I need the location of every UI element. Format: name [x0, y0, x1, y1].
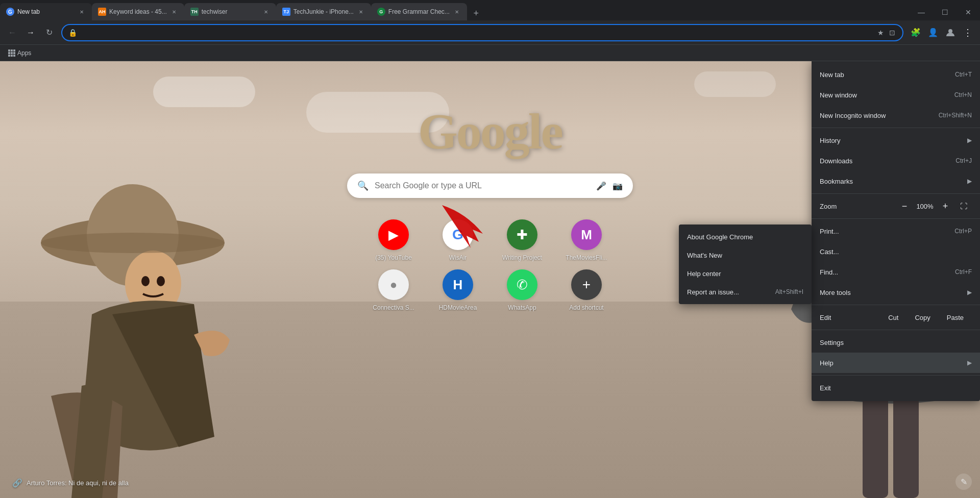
menu-edit-row: Edit Cut Copy Paste: [812, 307, 980, 328]
refresh-button[interactable]: ↻: [41, 24, 57, 41]
zoom-in-button[interactable]: +: [937, 198, 953, 214]
menu-item-settings[interactable]: Settings: [812, 332, 980, 353]
help-menu-whats-new[interactable]: What's New: [679, 246, 812, 264]
menu-item-cast[interactable]: Cast...: [812, 241, 980, 262]
menu-item-history[interactable]: History ▶: [812, 130, 980, 151]
camera-icon[interactable]: 📷: [612, 181, 623, 191]
menu-item-bookmarks[interactable]: Bookmarks ▶: [812, 171, 980, 191]
menu-divider-4: [812, 305, 980, 305]
menu-label-new-incognito: New Incognito window: [820, 112, 935, 119]
zoom-out-button[interactable]: −: [896, 198, 913, 214]
shortcut-youtube[interactable]: ▶ (35) YouTube: [365, 219, 422, 261]
tab-active[interactable]: G New tab ✕: [0, 3, 92, 20]
lock-icon: 🔒: [68, 29, 77, 37]
menu-shortcut-downloads: Ctrl+J: [955, 157, 972, 164]
menu-label-more-tools: More tools: [820, 289, 963, 296]
minimize-button[interactable]: —: [910, 4, 933, 20]
zoom-fullscreen-button[interactable]: ⛶: [955, 198, 972, 214]
red-arrow-indicator: [434, 189, 495, 250]
menu-shortcut-new-tab: Ctrl+T: [955, 71, 972, 78]
svg-rect-14: [893, 396, 919, 498]
menu-item-print[interactable]: Print... Ctrl+P: [812, 221, 980, 241]
mic-icon[interactable]: 🎤: [596, 181, 606, 191]
maximize-button[interactable]: ☐: [933, 4, 957, 20]
menu-item-new-incognito[interactable]: New Incognito window Ctrl+Shift+N: [812, 105, 980, 126]
shortcut-icon-hdmovie: H: [443, 269, 473, 300]
back-button[interactable]: ←: [4, 24, 20, 41]
help-submenu: About Google Chrome What's New Help cent…: [679, 225, 812, 304]
edit-label: Edit: [820, 314, 880, 321]
cast-tab-button[interactable]: ⊡: [888, 28, 896, 38]
tab-close-techwiser[interactable]: ✕: [262, 8, 270, 16]
menu-label-exit: Exit: [820, 384, 972, 392]
more-tools-arrow-icon: ▶: [967, 289, 972, 296]
menu-item-new-tab[interactable]: New tab Ctrl+T: [812, 64, 980, 85]
connectiva-circle-icon: ●: [390, 278, 398, 292]
tab-grammar-icon: G: [379, 9, 383, 14]
svg-point-0: [948, 29, 952, 33]
copy-button[interactable]: Copy: [906, 309, 938, 326]
help-label-about: About Google Chrome: [687, 233, 753, 241]
url-input[interactable]: [81, 29, 872, 37]
edit-pencil-button[interactable]: ✎: [955, 474, 972, 490]
shortcut-icon-add: +: [571, 269, 602, 300]
menu-button[interactable]: ⋮: [960, 24, 976, 41]
forward-button[interactable]: →: [22, 24, 39, 41]
menu-shortcut-new-window: Ctrl+N: [954, 91, 972, 98]
tab-close-active[interactable]: ✕: [78, 8, 86, 16]
menu-item-exit[interactable]: Exit: [812, 378, 980, 398]
address-bar[interactable]: 🔒 ★ ⊡: [61, 24, 903, 41]
help-label-whats-new: What's New: [687, 252, 722, 259]
close-button[interactable]: ✕: [957, 4, 980, 20]
menu-label-help: Help: [820, 359, 963, 367]
cloud-3: [694, 71, 776, 97]
shortcut-connectiva[interactable]: ● Connectiva S...: [365, 269, 422, 311]
tab-grammar[interactable]: G Free Grammar Chec... ✕: [371, 3, 467, 20]
menu-item-help[interactable]: Help ▶: [812, 353, 980, 373]
shortcut-add[interactable]: + Add shortcut: [558, 269, 615, 311]
bookmark-apps[interactable]: Apps: [4, 47, 35, 59]
new-tab-button[interactable]: +: [469, 6, 483, 20]
shortcut-writing[interactable]: ✚ Writing Project: [494, 219, 550, 261]
svg-point-4: [141, 276, 150, 286]
tab-close-grammar[interactable]: ✕: [453, 8, 461, 16]
shortcut-hdmovie[interactable]: H HDMovieArea: [430, 269, 486, 311]
youtube-play-icon: ▶: [388, 227, 399, 243]
shortcut-icon-whatsapp: ✆: [507, 269, 537, 300]
help-menu-about[interactable]: About Google Chrome: [679, 228, 812, 246]
tab-keyword[interactable]: AH Keyword ideas - 45... ✕: [92, 3, 184, 20]
whatsapp-phone-icon: ✆: [517, 277, 528, 293]
tab-techwiser[interactable]: TH techwiser ✕: [184, 3, 276, 20]
paste-button[interactable]: Paste: [939, 309, 972, 326]
menu-item-downloads[interactable]: Downloads Ctrl+J: [812, 151, 980, 171]
shortcut-whatsapp[interactable]: ✆ WhatsApp: [494, 269, 550, 311]
menu-label-find: Find...: [820, 268, 951, 276]
tab-close-keyword[interactable]: ✕: [170, 8, 178, 16]
profile-button[interactable]: 👤: [925, 24, 941, 41]
help-menu-report-issue[interactable]: Report an issue... Alt+Shift+I: [679, 283, 812, 301]
menu-item-new-window[interactable]: New window Ctrl+N: [812, 85, 980, 105]
bookmark-star-button[interactable]: ★: [876, 28, 885, 38]
cloud-1: [153, 77, 255, 107]
shortcut-label-add: Add shortcut: [569, 304, 603, 311]
tab-close-techjunkie[interactable]: ✕: [357, 8, 365, 16]
window-controls: — ☐ ✕: [910, 4, 980, 20]
cut-button[interactable]: Cut: [880, 309, 906, 326]
shortcut-movies[interactable]: M TheMoviesFli...: [558, 219, 615, 261]
extensions-button[interactable]: 🧩: [908, 24, 924, 41]
svg-rect-13: [863, 396, 888, 498]
avatar-button[interactable]: [942, 24, 959, 41]
menu-item-more-tools[interactable]: More tools ▶: [812, 282, 980, 303]
menu-label-downloads: Downloads: [820, 157, 951, 165]
help-menu-help-center[interactable]: Help center: [679, 264, 812, 283]
menu-item-find[interactable]: Find... Ctrl+F: [812, 262, 980, 282]
toolbar: ← → ↻ 🔒 ★ ⊡ 🧩 👤 ⋮: [0, 20, 980, 45]
tab-label-keyword: Keyword ideas - 45...: [109, 8, 167, 15]
menu-label-bookmarks: Bookmarks: [820, 178, 963, 185]
zoom-label: Zoom: [820, 203, 894, 210]
menu-label-new-window: New window: [820, 91, 950, 99]
help-arrow-icon: ▶: [967, 359, 972, 366]
history-arrow-icon: ▶: [967, 137, 972, 144]
tab-techjunkie[interactable]: TJ TechJunkie - iPhone... ✕: [276, 3, 371, 20]
tab-label-techjunkie: TechJunkie - iPhone...: [293, 8, 354, 15]
